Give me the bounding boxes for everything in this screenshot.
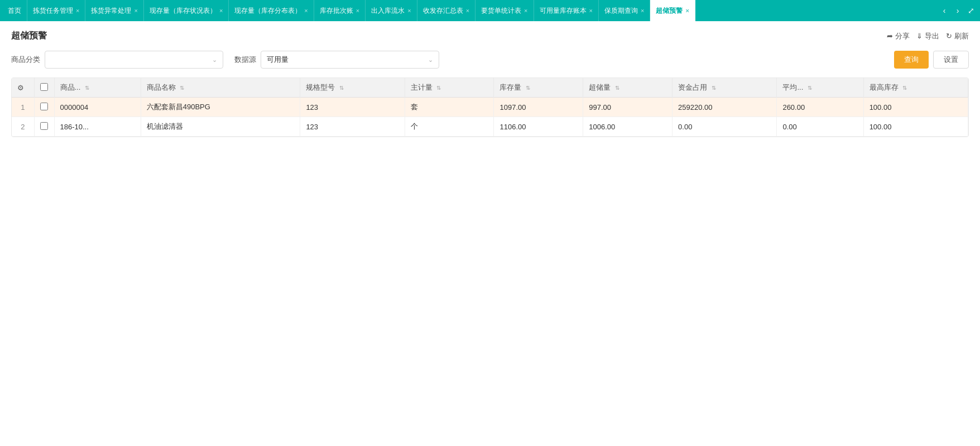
tab-close-icon[interactable]: × [356,7,359,14]
product-name-cell: 机油滤清器 [141,117,300,137]
table-header-row: ⚙商品... ⇅商品名称 ⇅规格型号 ⇅主计量 ⇅库存量 ⇅超储量 ⇅资金占用 … [12,78,968,98]
th-unit: 主计量 ⇅ [405,78,494,98]
row-checkbox[interactable] [40,103,48,110]
th-checkbox [34,78,54,98]
spec-cell: 123 [300,117,405,137]
filter-row: 商品分类 ⌄ 数据源 可用量 ⌄ 查询 设置 [11,51,969,69]
share-action[interactable]: ➦ 分享 [887,31,910,41]
datasource-select[interactable]: 可用量 ⌄ [261,51,439,69]
nav-tab-order-stat[interactable]: 要货单统计表× [475,0,534,21]
nav-tab-overstock-warning[interactable]: 超储预警× [650,0,695,21]
table-row: 10000004六配套新昌490BPG123套1097.00997.002592… [12,98,968,117]
th-max-stock: 最高库存 ⇅ [863,78,968,98]
sort-icon: ⇅ [85,85,89,91]
th-overstock: 超储量 ⇅ [583,78,672,98]
export-icon: ⇓ [916,32,923,40]
nav-tab-expiry[interactable]: 保质期查询× [599,0,650,21]
tab-close-icon[interactable]: × [134,7,137,14]
nav-tab-available-ledger[interactable]: 可用量库存账本× [534,0,599,21]
tab-close-icon[interactable]: × [589,7,593,14]
tab-close-icon[interactable]: × [524,7,527,14]
settings-button[interactable]: 设置 [933,51,969,69]
query-button[interactable]: 查询 [894,51,929,69]
avg-cell: 0.00 [777,117,863,137]
sort-icon: ⇅ [436,85,441,91]
th-stock: 库存量 ⇅ [494,78,583,98]
tab-close-icon[interactable]: × [76,7,79,14]
th-product-name: 商品名称 ⇅ [141,78,300,98]
category-select[interactable]: ⌄ [45,51,223,69]
refresh-label: 刷新 [954,31,969,41]
row-index: 1 [12,98,34,117]
stock-cell: 1097.00 [494,98,583,117]
row-checkbox-cell [34,117,54,137]
page-content: 超储预警 ➦ 分享 ⇓ 导出 ↻ 刷新 商品分类 ⌄ 数据源 [0,21,980,446]
category-label: 商品分类 [11,55,40,65]
sort-icon: ⇅ [615,85,619,91]
th-product-code: 商品... ⇅ [54,78,141,98]
datasource-chevron-icon: ⌄ [428,56,433,64]
row-checkbox-cell [34,98,54,117]
nav-tab-inout-flow[interactable]: 出入库流水× [366,0,417,21]
nav-tab-task-mgmt[interactable]: 拣货任务管理× [27,0,85,21]
product-code-cell: 186-10... [54,117,141,137]
tab-close-icon[interactable]: × [304,7,308,14]
row-index: 2 [12,117,34,137]
tab-close-icon[interactable]: × [219,7,223,14]
filter-actions: 查询 设置 [894,51,969,69]
nav-prev-button[interactable]: ‹ [938,0,951,21]
overstock-cell: 997.00 [583,98,672,117]
tab-close-icon[interactable]: × [466,7,469,14]
nav-arrows: ‹ › ⤢ [938,0,978,21]
sort-icon: ⇅ [902,85,907,91]
datasource-value: 可用量 [267,55,289,65]
avg-cell: 260.00 [777,98,863,117]
tab-close-icon[interactable]: × [685,7,689,14]
nav-tab-stock-dist[interactable]: 现存量（库存分布表）× [229,0,314,21]
export-label: 导出 [925,31,939,41]
sort-icon: ⇅ [180,85,184,91]
capital-cell: 259220.00 [672,98,777,117]
nav-next-button[interactable]: › [951,0,964,21]
table-body: 10000004六配套新昌490BPG123套1097.00997.002592… [12,98,968,137]
th-settings-icon[interactable]: ⚙ [12,78,34,98]
nav-tab-collect-summary[interactable]: 收发存汇总表× [417,0,475,21]
nav-tab-home[interactable]: 首页 [2,0,27,21]
header-checkbox[interactable] [40,83,48,91]
tab-close-icon[interactable]: × [641,7,644,14]
sort-icon: ⇅ [712,85,716,91]
product-code-cell: 0000004 [54,98,141,117]
row-checkbox[interactable] [40,122,48,130]
share-label: 分享 [895,31,910,41]
data-table: ⚙商品... ⇅商品名称 ⇅规格型号 ⇅主计量 ⇅库存量 ⇅超储量 ⇅资金占用 … [12,78,968,137]
nav-tab-abnormal[interactable]: 拣货异常处理× [85,0,143,21]
overstock-cell: 1006.00 [583,117,672,137]
page-header: 超储预警 ➦ 分享 ⇓ 导出 ↻ 刷新 [11,30,969,42]
nav-tab-batch[interactable]: 库存批次账× [314,0,366,21]
th-avg: 平均... ⇅ [777,78,863,98]
category-filter: 商品分类 ⌄ [11,51,223,69]
unit-cell: 套 [405,98,494,117]
product-name-cell: 六配套新昌490BPG [141,98,300,117]
sort-icon: ⇅ [339,85,344,91]
page-title: 超储预警 [11,30,47,42]
th-spec: 规格型号 ⇅ [300,78,405,98]
sort-icon: ⇅ [526,85,530,91]
table-row: 2186-10...机油滤清器123个1106.001006.000.000.0… [12,117,968,137]
capital-cell: 0.00 [672,117,777,137]
datasource-label: 数据源 [234,55,256,65]
nav-expand-button[interactable]: ⤢ [964,0,978,21]
nav-tab-stock-status[interactable]: 现存量（库存状况表）× [144,0,229,21]
export-action[interactable]: ⇓ 导出 [916,31,939,41]
spec-cell: 123 [300,98,405,117]
data-table-container: ⚙商品... ⇅商品名称 ⇅规格型号 ⇅主计量 ⇅库存量 ⇅超储量 ⇅资金占用 … [11,77,969,137]
refresh-icon: ↻ [946,32,952,40]
refresh-action[interactable]: ↻ 刷新 [946,31,969,41]
share-icon: ➦ [887,32,893,40]
category-chevron-icon: ⌄ [212,56,217,64]
tab-close-icon[interactable]: × [407,7,411,14]
top-nav: 首页拣货任务管理×拣货异常处理×现存量（库存状况表）×现存量（库存分布表）×库存… [0,0,980,21]
th-capital: 资金占用 ⇅ [672,78,777,98]
datasource-filter: 数据源 可用量 ⌄ [234,51,439,69]
max-stock-cell: 100.00 [863,98,968,117]
